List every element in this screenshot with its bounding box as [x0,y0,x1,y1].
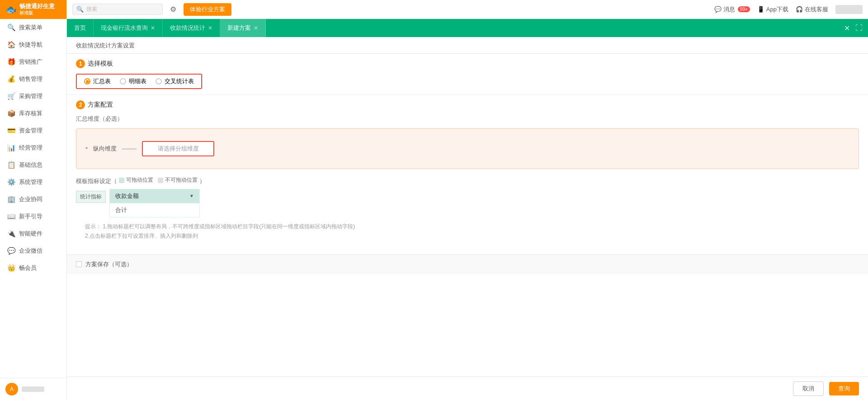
sidebar-item-operations[interactable]: 📊 经营管理 [0,139,66,156]
tip-1: 提示： 1.拖动标题栏可以调整布局，不可跨维度或指标区域拖动栏目字段(只能在同一… [85,223,850,231]
trial-button[interactable]: 体验行业方案 [184,3,231,16]
tab-collection-stats-label: 收款情况统计 [170,24,205,32]
dimension-row: * 纵向维度 —— 请选择分组维度 [85,141,214,156]
radio-summary-circle [84,78,90,85]
sidebar-item-system[interactable]: ⚙️ 系统管理 [0,174,66,191]
sidebar-item-quick-nav[interactable]: 🏠 快捷导航 [0,36,66,53]
tab-new-scheme-close[interactable]: ✕ [254,25,258,31]
tab-collection-stats[interactable]: 收款情况统计 ✕ [163,19,220,37]
step2-section: 2 方案配置 汇总维度（必选） * 纵向维度 —— 请选择分组维度 [67,100,868,254]
step2-title: 2 方案配置 [76,100,859,109]
tab-bank-flow-label: 现金银行流水查询 [101,24,148,32]
notification-label: 消息 [723,5,735,14]
sidebar-item-enterprise-wechat[interactable]: 💬 企业微信 [0,242,66,259]
sidebar-item-label: 智能硬件 [19,230,42,238]
radio-cross[interactable]: 交叉统计表 [156,77,194,85]
tab-bank-flow[interactable]: 现金银行流水查询 ✕ [94,19,163,37]
content-inner: 收款情况统计方案设置 1 选择模板 汇总表 [67,37,868,376]
metric-col-label: 收款金额 [115,192,139,200]
sidebar-item-purchase[interactable]: 🛒 采购管理 [0,88,66,105]
draggable-label: 可拖动位置 [119,176,153,184]
expand-icon[interactable]: ⛶ [855,24,863,32]
save-section: 方案保存（可选） [67,254,868,274]
card-icon: 💳 [7,127,15,135]
cart-icon: 🛒 [7,92,15,100]
sidebar-item-finance[interactable]: 💳 资金管理 [0,122,66,139]
sidebar-item-new-guide[interactable]: 📖 新手引导 [0,208,66,225]
page-title: 收款情况统计方案设置 [67,37,868,53]
building-icon: 🏢 [7,195,15,203]
headphone-icon: 🎧 [796,6,803,13]
sidebar-item-sales[interactable]: 💰 销售管理 [0,71,66,88]
cancel-button[interactable]: 取消 [793,381,824,396]
download-icon: 📱 [757,6,764,13]
metric-table-area: 统计指标 收款金额 合计 [76,189,859,217]
sidebar-item-label: 搜索菜单 [19,24,42,32]
tips-section: 提示： 1.拖动标题栏可以调整布局，不可跨维度或指标区域拖动栏目字段(只能在同一… [76,217,859,247]
user-name-placeholder [22,386,44,392]
sidebar-item-label: 新手引导 [19,212,42,221]
tab-new-scheme-label: 新建方案 [227,24,251,32]
metric-table: 收款金额 合计 [109,189,200,217]
service-label: 在线客服 [805,5,828,14]
sidebar-item-label: 企业微信 [19,247,42,255]
crown-icon: 👑 [7,264,15,272]
tab-home[interactable]: 首页 [67,19,94,37]
stats-label: 统计指标 [76,191,106,203]
metric-col-chevron-icon[interactable] [189,193,194,198]
tab-controls: ✕ ⛶ [839,19,868,37]
box-icon: 📦 [7,109,15,118]
search-icon: 🔍 [76,6,84,13]
notification-icon: 💬 [714,6,722,13]
tab-bank-flow-close[interactable]: ✕ [151,25,155,31]
sidebar-item-basic-info[interactable]: 📋 基础信息 [0,156,66,174]
dimension-select-button[interactable]: 请选择分组维度 [142,141,214,156]
non-draggable-label: 不可拖动位置 [158,176,198,184]
sidebar-item-search-menu[interactable]: 🔍 搜索菜单 [0,19,66,36]
save-checkbox[interactable] [76,261,82,267]
sidebar-item-member[interactable]: 👑 畅会员 [0,259,66,277]
sidebar-item-label: 基础信息 [19,161,42,169]
tab-new-scheme[interactable]: 新建方案 ✕ [220,19,266,37]
radio-detail-circle [120,78,126,85]
step1-section: 1 选择模板 汇总表 明细表 [67,54,868,94]
dimension-arrow-icon: —— [122,145,137,153]
radio-detail[interactable]: 明细表 [120,77,146,85]
radio-summary[interactable]: 汇总表 [84,77,111,85]
notification-item[interactable]: 💬 消息 99+ [714,5,750,14]
chart-icon: 📊 [7,144,15,152]
sidebar-item-inventory[interactable]: 📦 库存核算 [0,105,66,122]
sidebar-item-label: 经营管理 [19,144,42,152]
home-icon: 🏠 [7,41,15,49]
service-item[interactable]: 🎧 在线客服 [796,5,828,14]
app-download-item[interactable]: 📱 App下载 [757,5,788,14]
step1-label: 选择模板 [88,60,113,68]
notification-badge: 99+ [738,6,750,12]
template-selection-box: 汇总表 明细表 交叉统计表 [76,74,202,89]
gear-icon: ⚙️ [7,178,15,186]
stats-category-tag: 统计指标 [76,191,106,203]
sidebar-bottom: A [0,378,66,400]
sidebar-item-label: 销售管理 [19,75,42,83]
sidebar-item-smart-hw[interactable]: 🔌 智能硬件 [0,225,66,242]
tip-2: 2.点击标题栏下拉可设置排序、插入列和删除列 [85,232,850,240]
settings-icon[interactable]: ⚙ [170,5,176,14]
dimension-row-label: 纵向维度 [93,145,117,153]
radio-detail-label: 明细表 [129,77,146,85]
gift-icon: 🎁 [7,58,15,66]
tab-home-label: 首页 [74,24,86,32]
logo-icon: 🐟 [5,4,17,15]
sidebar-item-label: 库存核算 [19,109,42,118]
sidebar-item-enterprise[interactable]: 🏢 企业协同 [0,191,66,208]
draggable-dot [119,178,124,183]
metric-row-total: 合计 [110,203,199,217]
sidebar-item-marketing[interactable]: 🎁 营销推广 [0,53,66,71]
tab-collection-stats-close[interactable]: ✕ [208,25,212,31]
step1-title: 1 选择模板 [76,59,859,68]
topbar-search-box[interactable]: 🔍 搜索 [72,4,163,15]
user-avatar [835,5,863,14]
topbar-right: 💬 消息 99+ 📱 App下载 🎧 在线客服 [714,5,863,14]
query-button[interactable]: 查询 [829,382,859,395]
radio-summary-label: 汇总表 [93,77,111,85]
close-tab-icon[interactable]: ✕ [844,24,850,33]
